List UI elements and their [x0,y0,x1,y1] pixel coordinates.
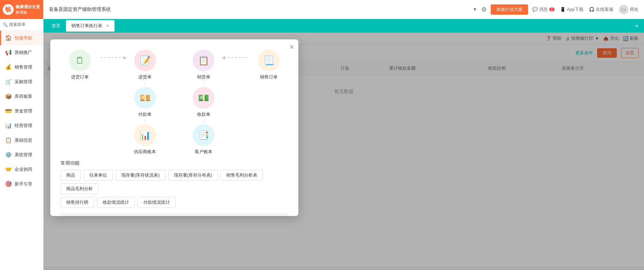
supplier-account-circle[interactable]: 📊 [134,124,156,146]
basic-icon: 📋 [5,137,12,143]
system-label: 系统管理 [15,152,32,158]
sales-order-icon: 📃 [263,55,274,66]
online-service-label: 在线客服 [596,6,613,13]
func-btn-sales-rank[interactable]: 销售排行榜 [60,197,94,208]
sidebar-item-cooperation[interactable]: 🤝 企业协同 [0,162,43,177]
sidebar-item-marketing[interactable]: 📢 营销推广 [0,45,43,60]
system-dropdown[interactable]: ▼ [473,7,477,12]
message-icon: 💬 [532,7,538,12]
guide-label: 新手引导 [15,181,32,187]
user-action[interactable]: Ea 用友 [619,5,639,14]
customer-account-label: 客户账本 [195,149,212,155]
quick-nav-label: 快捷导航 [15,35,32,41]
func-btn-product-profit[interactable]: 商品毛利分析 [60,183,99,194]
payment-out-node: 💴 付款单 [125,87,164,118]
func-buttons-row2: 销售排行榜 收款情况统计 付款情况统计 [60,197,288,208]
quick-nav-icon: 🏠 [5,35,12,41]
app-download-action[interactable]: 📱 App下载 [560,6,584,13]
purchase-order-circle[interactable]: 🗒 [69,50,91,71]
search-label: 搜索菜单 [9,22,25,28]
sidebar-item-sales[interactable]: 💰 销售管理 [0,60,43,74]
sidebar-search[interactable]: 🔍 搜索菜单 [0,19,43,31]
func-btn-product[interactable]: 商品 [60,170,81,181]
experience-button[interactable]: 体验行业方案 [491,4,528,15]
guide-icon: 🎯 [5,181,12,187]
customer-account-circle[interactable]: 📑 [193,124,214,146]
sales-order-label: 销售订单 [260,74,278,80]
content-area: ❓ 帮助 🖨 按模板打印 ▼ 📤 导出 🔄 刷新 📅 📅 [43,33,644,270]
sales-bill-icon: 📋 [198,55,209,66]
purchase-bill-circle[interactable]: 📝 [134,50,156,71]
sidebar-item-inventory[interactable]: 📦 库存核算 [0,89,43,104]
func-btn-sales-profit[interactable]: 销售毛利分析表 [221,170,263,181]
marketing-label: 营销推广 [15,50,32,56]
tab-home-label: 首页 [52,23,60,28]
payment-out-circle[interactable]: 💴 [134,87,156,109]
func-btn-payment-stats[interactable]: 付款情况统计 [138,197,176,208]
settings-button[interactable]: ⚙ [481,6,487,13]
sales-bill-label: 销货单 [197,74,210,80]
finance-icon: 💳 [5,108,12,114]
payment-out-label: 付款单 [138,111,152,118]
supplier-account-label: 供应商账本 [134,149,156,155]
down-arrow-1: ↓ [125,80,164,86]
modal-close-btn[interactable]: ✕ [289,43,294,51]
func-btn-receipt-stats[interactable]: 收款情况统计 [97,197,135,208]
payment-in-circle[interactable]: 💵 [193,87,214,109]
inventory-label: 库存核算 [15,93,32,100]
scroll-left-icon[interactable]: ◀ [63,215,67,216]
system-icon: ⚙️ [5,151,12,158]
sidebar-item-system[interactable]: ⚙️ 系统管理 [0,147,43,162]
func-btn-stock-status[interactable]: 现存量(库存状况表) [116,170,166,181]
common-functions-section: 常用功能 商品 往来单位 现存量(库存状况表) 现存量(库存分布表) 销售毛利分… [60,160,288,208]
sales-order-circle[interactable]: 📃 [258,50,280,71]
func-btn-stock-dist[interactable]: 现存量(库存分布表) [168,170,218,181]
sidebar-item-basic[interactable]: 📋 基础信息 [0,133,43,147]
topbar-actions: 💬 消息 5 📱 App下载 🎧 在线客服 Ea 用友 [532,5,639,14]
supplier-account-node: 📊 供应商账本 [125,124,164,155]
inventory-icon: 📦 [5,93,12,100]
purchase-bill-icon: 📝 [140,55,151,66]
operations-label: 经营管理 [15,123,32,129]
payment-in-label: 收款单 [197,111,210,118]
main-area: 装备及固定资产辅助管理系统 ▼ ⚙ 体验行业方案 💬 消息 5 📱 App下载 … [43,0,644,270]
tab-close-icon[interactable]: ✕ [106,23,109,28]
logo-icon: 畅 [3,4,14,15]
arrow-2: ◀ [223,57,249,58]
basic-label: 基础信息 [15,137,32,143]
cooperation-label: 企业协同 [15,166,32,173]
purchase-order-node: 🗒 进货订单 [60,50,100,80]
close-tab-btn[interactable]: ✕ [632,21,641,31]
func-btn-partner[interactable]: 往来单位 [84,170,113,181]
scroll-right-icon[interactable]: ▶ [282,215,285,216]
down-arrow-3: ↓ [125,118,164,123]
tabbar: 首页 销售订单执行表 ✕ ✕ [43,19,644,33]
sales-icon: 💰 [5,64,12,70]
supplier-account-icon: 📊 [140,130,151,141]
sidebar-item-operations[interactable]: 📊 经营管理 [0,118,43,133]
online-service-icon: 🎧 [589,7,594,12]
down-arrow-2: ↓ [184,80,223,86]
modal-scrollbar: ◀ ▶ [60,213,288,216]
message-action[interactable]: 💬 消息 5 [532,6,555,13]
topbar: 装备及固定资产辅助管理系统 ▼ ⚙ 体验行业方案 💬 消息 5 📱 App下载 … [43,0,644,19]
payment-in-icon: 💵 [198,93,209,103]
online-service-action[interactable]: 🎧 在线客服 [589,6,613,13]
tab-sales-order[interactable]: 销售订单执行表 ✕ [66,20,115,32]
modal-body: 🗒 进货订单 ▶ [50,39,298,216]
sidebar-item-guide[interactable]: 🎯 新手引导 [0,177,43,191]
down-arrow-4: ↓ [184,118,223,123]
payment-out-icon: 💴 [140,93,151,103]
sidebar-item-finance[interactable]: 💳 资金管理 [0,104,43,118]
tab-sales-order-label: 销售订单执行表 [71,23,102,28]
sales-bill-circle[interactable]: 📋 [193,50,214,71]
system-title: 装备及固定资产辅助管理系统 [49,6,469,13]
sidebar-item-purchase[interactable]: 🛒 采购管理 [0,74,43,89]
operations-icon: 📊 [5,122,12,129]
sales-bill-node: 📋 销货单 [184,50,223,80]
app-download-icon: 📱 [560,7,565,12]
logo-brand: 畅康通好生意 [16,4,40,10]
purchase-bill-node: 📝 进货单 [125,50,164,80]
sidebar-item-quick-nav[interactable]: 🏠 快捷导航 [0,31,43,45]
tab-home[interactable]: 首页 [46,20,66,32]
